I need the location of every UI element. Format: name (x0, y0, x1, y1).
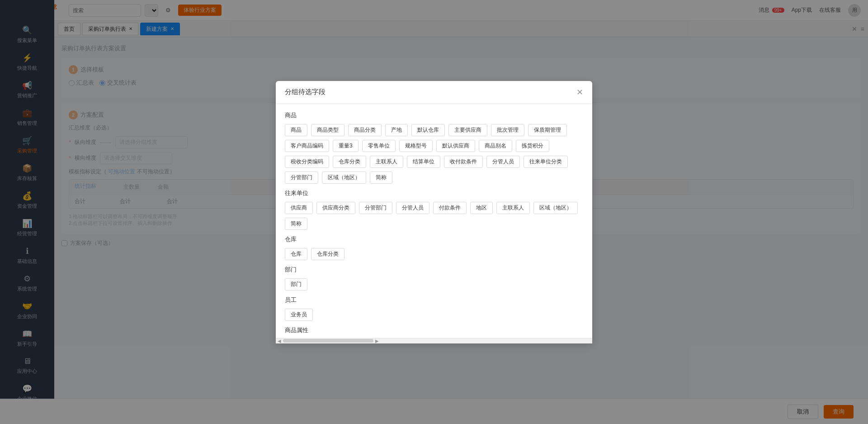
field-tag[interactable]: 客户商品编码 (285, 140, 329, 152)
field-tags-department: 部门 (285, 278, 583, 291)
section-title-goods-attr: 商品属性 (285, 326, 583, 334)
field-tag[interactable]: 区域（地区） (533, 202, 578, 214)
field-tag[interactable]: 地区 (470, 202, 493, 214)
field-tag[interactable]: 商品 (285, 124, 307, 136)
scroll-thumb[interactable] (283, 339, 373, 343)
modal-horizontal-scrollbar[interactable]: ◀ ▶ (276, 338, 592, 343)
field-tag[interactable]: 拣货积分 (516, 140, 549, 152)
field-tag[interactable]: 简称 (370, 172, 392, 184)
field-tag[interactable]: 主联系人 (496, 202, 530, 214)
field-tag[interactable]: 保质期管理 (528, 124, 567, 136)
scroll-right-arrow[interactable]: ▶ (375, 338, 379, 343)
section-title-counterpart: 往来单位 (285, 189, 583, 197)
field-tag[interactable]: 商品类型 (311, 124, 344, 136)
section-title-warehouse: 仓库 (285, 235, 583, 243)
field-tag[interactable]: 批次管理 (491, 124, 524, 136)
field-tag[interactable]: 产地 (385, 124, 408, 136)
field-tag[interactable]: 仓库分类 (333, 156, 366, 168)
field-tag[interactable]: 税收分类编码 (285, 156, 329, 168)
field-tag[interactable]: 结算单位 (407, 156, 440, 168)
field-tag[interactable]: 供应商 (285, 202, 313, 214)
section-title-employee: 员工 (285, 296, 583, 304)
field-tag[interactable]: 默认仓库 (411, 124, 445, 136)
field-tags-warehouse: 仓库 仓库分类 (285, 248, 583, 260)
field-tags-employee: 业务员 (285, 309, 583, 321)
field-tag[interactable]: 收付款条件 (444, 156, 483, 168)
field-tag[interactable]: 往来单位分类 (524, 156, 568, 168)
field-tag[interactable]: 仓库分类 (311, 248, 344, 260)
field-tag[interactable]: 业务员 (285, 309, 313, 321)
field-tag[interactable]: 分管部门 (359, 202, 392, 214)
field-tag[interactable]: 供应商分类 (316, 202, 355, 214)
field-tag[interactable]: 简称 (285, 218, 307, 230)
modal-body[interactable]: 商品 商品 商品类型 商品分类 产地 默认仓库 主要供应商 批次管理 保质期管理… (276, 104, 592, 338)
field-tag[interactable]: 零售单位 (362, 140, 396, 152)
field-tag[interactable]: 重量3 (333, 140, 359, 152)
field-tag[interactable]: 付款条件 (433, 202, 467, 214)
field-tag[interactable]: 仓库 (285, 248, 307, 260)
field-tag[interactable]: 主联系人 (370, 156, 403, 168)
field-tag[interactable]: 商品分类 (348, 124, 382, 136)
modal-overlay: 分组待选字段 ✕ 商品 商品 商品类型 商品分类 产地 默认仓库 主要供应商 批… (0, 0, 868, 424)
field-tags-goods: 商品 商品类型 商品分类 产地 默认仓库 主要供应商 批次管理 保质期管理 客户… (285, 124, 583, 184)
field-tag[interactable]: 主要供应商 (448, 124, 487, 136)
field-tag[interactable]: 部门 (285, 278, 307, 291)
modal-title: 分组待选字段 (285, 88, 326, 96)
modal-close-button[interactable]: ✕ (576, 87, 583, 97)
field-tag[interactable]: 商品别名 (479, 140, 512, 152)
field-tag[interactable]: 分管人员 (486, 156, 520, 168)
field-tag[interactable]: 区域（地区） (322, 172, 366, 184)
modal-header: 分组待选字段 ✕ (276, 81, 592, 104)
section-title-goods: 商品 (285, 111, 583, 119)
field-select-modal: 分组待选字段 ✕ 商品 商品 商品类型 商品分类 产地 默认仓库 主要供应商 批… (276, 81, 592, 343)
field-tag[interactable]: 默认供应商 (436, 140, 475, 152)
field-tag[interactable]: 分管部门 (285, 172, 318, 184)
field-tag[interactable]: 分管人员 (396, 202, 429, 214)
field-tags-counterpart: 供应商 供应商分类 分管部门 分管人员 付款条件 地区 主联系人 区域（地区） … (285, 202, 583, 230)
scroll-left-arrow[interactable]: ◀ (278, 338, 281, 343)
section-title-department: 部门 (285, 266, 583, 274)
field-tag[interactable]: 规格型号 (399, 140, 433, 152)
